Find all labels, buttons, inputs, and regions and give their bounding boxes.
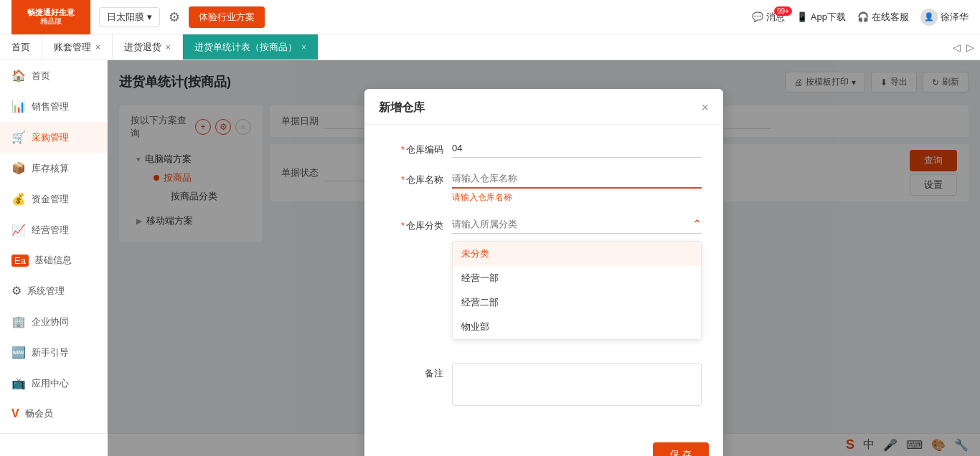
sidebar-sales-label: 销售管理	[32, 100, 69, 113]
online-service-item[interactable]: 🎧 在线客服	[857, 11, 909, 24]
sidebar-item-guide[interactable]: 🆕 新手引导	[0, 337, 107, 368]
sidebar-basic-label: 基础信息	[34, 254, 72, 267]
home-icon: 🏠	[11, 69, 26, 82]
category-dropdown: 未分类 经营一部 经营二部 物业部	[452, 241, 702, 340]
tab-home-label: 首页	[11, 41, 30, 54]
note-textarea[interactable]	[452, 363, 702, 406]
top-bar: 畅捷通好生意 精品版 日太阳膜 ▾ ⚙ 体验行业方案 💬 消息 99+ 📱 Ap…	[0, 0, 980, 34]
sidebar-item-vip[interactable]: V 畅会员	[0, 399, 107, 429]
modal-header: 新增仓库 ×	[364, 89, 723, 125]
store-selector[interactable]: 日太阳膜 ▾	[99, 7, 160, 27]
content-area: 进货单统计(按商品) 🖨 按模板打印 ▾ ⬇ 导出 ↻ 刷新	[108, 60, 980, 456]
sidebar-purchase-label: 采购管理	[32, 131, 69, 144]
sidebar-item-enterprise[interactable]: 🏢 企业协同	[0, 306, 107, 337]
dropdown-item-dept2-label: 经营二部	[461, 297, 499, 308]
code-field-row: 仓库编码	[386, 139, 702, 158]
trial-button[interactable]: 体验行业方案	[189, 6, 265, 28]
notification-badge: 99+	[774, 6, 792, 16]
tab-accounts-label: 账套管理	[54, 41, 91, 54]
sidebar-vip-label: 畅会员	[25, 407, 53, 420]
app-center-icon: 📺	[11, 376, 26, 390]
tab-bar-actions: ◁ ▷	[947, 34, 980, 60]
tab-expand-icon[interactable]: ▷	[966, 42, 974, 53]
tab-home[interactable]: 首页	[0, 34, 42, 60]
sidebar-item-system[interactable]: ⚙ 系统管理	[0, 275, 107, 306]
headset-icon: 🎧	[857, 11, 869, 22]
sidebar-item-sales[interactable]: 📊 销售管理	[0, 91, 107, 122]
save-button[interactable]: 保 存	[653, 442, 709, 456]
sidebar-item-inventory[interactable]: 📦 库存核算	[0, 153, 107, 184]
sidebar-item-finance[interactable]: 💰 资金管理	[0, 184, 107, 214]
modal-title: 新增仓库	[379, 100, 425, 115]
sidebar-operation-label: 经营管理	[32, 224, 69, 237]
name-error-msg: 请输入仓库名称	[452, 191, 702, 204]
tab-purchase-return-label: 进货退货	[124, 41, 161, 54]
app-download-label: App下载	[811, 11, 846, 24]
category-label: 仓库分类	[386, 215, 443, 232]
guide-icon: 🆕	[11, 346, 26, 359]
tab-purchase-return[interactable]: 进货退货 ×	[113, 34, 183, 60]
modal-footer: 保 存	[364, 434, 723, 456]
dropdown-item-none-label: 未分类	[461, 248, 489, 259]
modal-close-button[interactable]: ×	[701, 100, 709, 115]
tab-accounts[interactable]: 账套管理 ×	[42, 34, 113, 60]
dropdown-item-dept1[interactable]: 经营一部	[453, 266, 701, 290]
main-layout: 🏠 首页 📊 销售管理 🛒 采购管理 📦 库存核算 💰 资金管理 📈 经营管理 …	[0, 60, 980, 456]
tab-purchase-return-close[interactable]: ×	[166, 42, 171, 52]
online-service-label: 在线客服	[872, 11, 909, 24]
sidebar-guide-label: 新手引导	[32, 346, 69, 359]
new-warehouse-modal: 新增仓库 × 仓库编码 仓库名称	[364, 89, 723, 456]
dropdown-item-none[interactable]: 未分类	[453, 242, 701, 266]
sidebar: 🏠 首页 📊 销售管理 🛒 采购管理 📦 库存核算 💰 资金管理 📈 经营管理 …	[0, 60, 108, 456]
brand-name: 畅捷通好生意	[27, 8, 75, 17]
name-input[interactable]	[452, 169, 702, 189]
sidebar-item-operation[interactable]: 📈 经营管理	[0, 214, 107, 245]
app-download-item[interactable]: 📱 App下载	[796, 11, 846, 24]
note-label: 备注	[386, 363, 443, 380]
dropdown-item-property-label: 物业部	[461, 321, 489, 332]
user-item[interactable]: 👤 徐泽华	[920, 9, 969, 26]
tab-shrink-icon[interactable]: ◁	[953, 42, 961, 53]
notification-item[interactable]: 💬 消息 99+	[752, 11, 785, 24]
modal-body: 仓库编码 仓库名称 请输入仓库名称	[364, 125, 723, 434]
sidebar-finance-label: 资金管理	[32, 193, 69, 206]
category-chevron-icon[interactable]: ⌃	[692, 217, 702, 231]
note-field-row: 备注	[386, 363, 702, 408]
sidebar-item-basic[interactable]: Ea 基础信息	[0, 245, 107, 275]
basic-icon: Ea	[11, 255, 29, 267]
sidebar-app-center-label: 应用中心	[32, 377, 69, 390]
message-icon: 💬	[752, 11, 763, 22]
brand-subtext: 精品版	[27, 17, 75, 26]
settings-icon[interactable]: ⚙	[169, 9, 180, 25]
tab-purchase-stats-close[interactable]: ×	[301, 42, 306, 52]
enterprise-icon: 🏢	[11, 315, 26, 328]
note-input-wrap	[452, 363, 702, 408]
category-input[interactable]	[452, 215, 692, 233]
dropdown-item-property[interactable]: 物业部	[453, 315, 701, 339]
tab-bar: 首页 账套管理 × 进货退货 × 进货单统计表（按商品） × ◁ ▷	[0, 34, 980, 60]
inventory-icon: 📦	[11, 161, 26, 175]
dropdown-item-dept1-label: 经营一部	[461, 272, 499, 283]
name-input-wrap: 请输入仓库名称	[452, 169, 702, 204]
dropdown-item-dept2[interactable]: 经营二部	[453, 290, 701, 315]
tab-purchase-stats[interactable]: 进货单统计表（按商品） ×	[183, 34, 319, 60]
avatar: 👤	[920, 9, 938, 26]
name-label: 仓库名称	[386, 169, 443, 186]
sidebar-item-purchase[interactable]: 🛒 采购管理	[0, 122, 107, 153]
code-label: 仓库编码	[386, 139, 443, 156]
tab-accounts-close[interactable]: ×	[95, 42, 100, 52]
name-field-row: 仓库名称 请输入仓库名称	[386, 169, 702, 204]
top-bar-left: 畅捷通好生意 精品版 日太阳膜 ▾ ⚙ 体验行业方案	[11, 0, 265, 34]
brand-logo: 畅捷通好生意 精品版	[11, 0, 90, 34]
sidebar-item-home[interactable]: 🏠 首页	[0, 60, 107, 91]
sidebar-item-app-center[interactable]: 📺 应用中心	[0, 368, 107, 399]
top-bar-right: 💬 消息 99+ 📱 App下载 🎧 在线客服 👤 徐泽华	[752, 9, 969, 26]
username-label: 徐泽华	[941, 11, 969, 24]
store-name: 日太阳膜	[107, 11, 144, 24]
code-input[interactable]	[452, 139, 702, 158]
sidebar-enterprise-label: 企业协同	[32, 315, 69, 328]
operation-icon: 📈	[11, 223, 26, 237]
system-icon: ⚙	[11, 284, 22, 298]
category-input-row: ⌃	[452, 215, 702, 234]
sidebar-home-label: 首页	[32, 70, 50, 82]
